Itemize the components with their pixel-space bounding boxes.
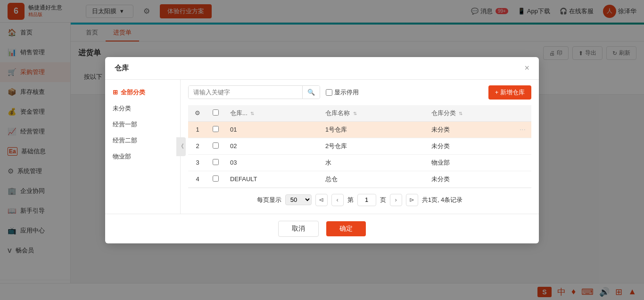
warehouse-table: ⚙ 仓库... ⇅ 仓库名称 ⇅ xyxy=(188,105,531,188)
total-info: 共1页, 4条记录 xyxy=(422,196,463,204)
per-page-label: 每页显示 xyxy=(257,196,281,204)
modal-close-btn[interactable]: × xyxy=(524,64,529,72)
row-no-4: 4 xyxy=(188,171,207,187)
col-checkbox-header xyxy=(207,105,224,122)
cancel-btn[interactable]: 取消 xyxy=(278,221,319,237)
col-code-header[interactable]: 仓库... ⇅ xyxy=(224,105,320,122)
warehouse-modal: 仓库 × ⊞ 全部分类 未分类 经营一部 经营二部 物业部 《 xyxy=(105,57,539,243)
sort-category-icon: ⇅ xyxy=(459,111,462,116)
prev-page-btn[interactable]: ‹ xyxy=(331,194,344,206)
category-property[interactable]: 物业部 xyxy=(105,149,180,165)
row-category-1: 未分类 ··· xyxy=(426,121,532,138)
search-input-wrap: 🔍 xyxy=(188,85,320,99)
modal-content-right: 🔍 显示停用 + 新增仓库 ⚙ xyxy=(181,80,539,214)
modal-toolbar: 🔍 显示停用 + 新增仓库 xyxy=(188,85,531,100)
all-category-item[interactable]: ⊞ 全部分类 xyxy=(105,84,180,100)
row-name-4: 总仓 xyxy=(320,171,425,187)
add-warehouse-btn[interactable]: + 新增仓库 xyxy=(488,85,531,100)
modal-body: ⊞ 全部分类 未分类 经营一部 经营二部 物业部 《 🔍 xyxy=(105,80,539,214)
collapse-btn[interactable]: 《 xyxy=(176,137,186,156)
row-no-3: 3 xyxy=(188,154,207,171)
per-page-select[interactable]: 50 100 200 xyxy=(285,194,312,205)
row-code-3: 03 xyxy=(224,154,320,171)
table-row[interactable]: 2 02 2号仓库 未分类 xyxy=(188,138,531,154)
col-name-header[interactable]: 仓库名称 ⇅ xyxy=(320,105,425,122)
row-2-checkbox[interactable] xyxy=(213,142,219,149)
category-sidebar: ⊞ 全部分类 未分类 经营一部 经营二部 物业部 《 xyxy=(105,80,181,214)
modal-title: 仓库 xyxy=(115,64,129,73)
row-checkbox-3[interactable] xyxy=(207,154,224,171)
row-no-2: 2 xyxy=(188,138,207,154)
row-name-3: 水 xyxy=(320,154,425,171)
confirm-btn[interactable]: 确定 xyxy=(326,221,366,236)
modal-overlay: 仓库 × ⊞ 全部分类 未分类 经营一部 经营二部 物业部 《 xyxy=(0,0,644,300)
modal-header: 仓库 × xyxy=(105,57,539,80)
row-category-3: 物业部 xyxy=(426,154,532,171)
sort-code-icon: ⇅ xyxy=(250,111,254,116)
grid-icon: ⊞ xyxy=(113,89,118,96)
col-settings: ⚙ xyxy=(188,105,207,122)
row-code-2: 02 xyxy=(224,138,320,154)
last-page-btn[interactable]: ⊳ xyxy=(406,194,418,206)
row-1-checkbox[interactable] xyxy=(213,126,219,132)
modal-pagination: 每页显示 50 100 200 ⊲ ‹ 第 页 › ⊳ 共1页, 4条记录 xyxy=(188,188,531,208)
page-text: 第 xyxy=(347,196,354,204)
show-disabled-label: 显示停用 xyxy=(334,88,359,97)
sort-name-icon: ⇅ xyxy=(353,111,357,116)
row-checkbox-1[interactable] xyxy=(207,121,224,138)
row-4-checkbox[interactable] xyxy=(213,175,219,182)
row-code-4: DEFAULT xyxy=(224,171,320,187)
col-category-header[interactable]: 仓库分类 ⇅ xyxy=(426,105,532,122)
row-category-2: 未分类 xyxy=(426,138,532,154)
select-all-checkbox[interactable] xyxy=(213,109,219,116)
table-row[interactable]: 1 01 1号仓库 未分类 ··· xyxy=(188,121,531,138)
row-code-1: 01 xyxy=(224,121,320,138)
modal-footer: 取消 确定 xyxy=(105,214,539,243)
category-ops-1[interactable]: 经营一部 xyxy=(105,117,180,133)
table-row[interactable]: 3 03 水 物业部 xyxy=(188,154,531,171)
row-checkbox-2[interactable] xyxy=(207,138,224,154)
category-unclassified[interactable]: 未分类 xyxy=(105,100,180,117)
row-1-more-btn[interactable]: ··· xyxy=(520,125,526,134)
row-name-2: 2号仓库 xyxy=(320,138,425,154)
category-ops-2[interactable]: 经营二部 xyxy=(105,133,180,149)
show-disabled-wrap: 显示停用 xyxy=(326,88,359,97)
table: ⚙ 仓库... ⇅ 仓库名称 ⇅ xyxy=(188,105,531,188)
row-no-1: 1 xyxy=(188,121,207,138)
search-input[interactable] xyxy=(189,86,302,99)
page-number-input[interactable] xyxy=(357,194,376,206)
all-category-label: 全部分类 xyxy=(121,88,145,97)
search-icon-btn[interactable]: 🔍 xyxy=(302,86,320,99)
show-disabled-checkbox[interactable] xyxy=(326,89,332,96)
row-category-4: 未分类 xyxy=(426,171,532,187)
first-page-btn[interactable]: ⊲ xyxy=(315,194,328,206)
table-row[interactable]: 4 DEFAULT 总仓 未分类 xyxy=(188,171,531,187)
row-checkbox-4[interactable] xyxy=(207,171,224,187)
page-unit: 页 xyxy=(380,196,386,204)
row-name-1: 1号仓库 xyxy=(320,121,425,138)
next-page-btn[interactable]: › xyxy=(390,194,402,206)
table-header-row: ⚙ 仓库... ⇅ 仓库名称 ⇅ xyxy=(188,105,531,122)
row-3-checkbox[interactable] xyxy=(213,159,219,165)
